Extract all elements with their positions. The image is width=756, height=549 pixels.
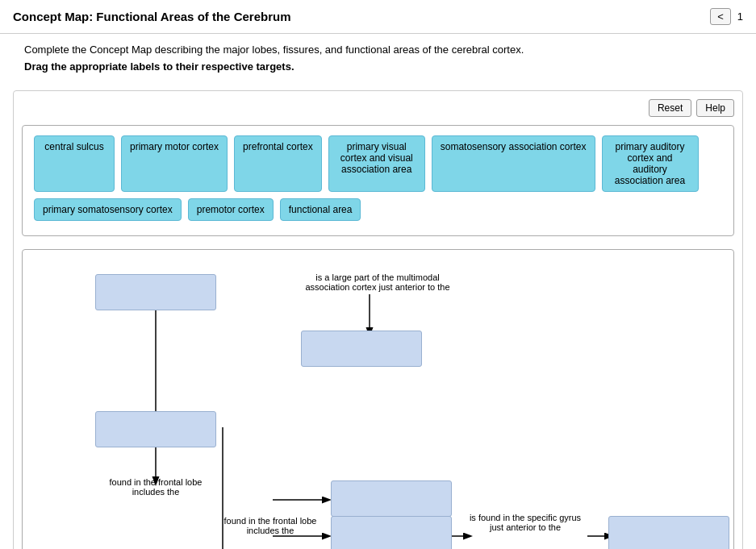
instructions-section: Complete the Concept Map describing the … (0, 34, 756, 84)
chip-central-sulcus[interactable]: central sulcus (34, 135, 115, 192)
nav-back-button[interactable]: < (710, 8, 731, 25)
toolbar: Reset Help (22, 99, 734, 117)
node-right-empty[interactable] (608, 516, 729, 549)
labels-area: central sulcus primary motor cortex pref… (22, 125, 734, 236)
chip-primary-visual-cortex[interactable]: primary visual cortex and visual associa… (328, 135, 425, 192)
node-top-center[interactable] (301, 331, 422, 367)
page-number: 1 (737, 10, 743, 23)
help-button[interactable]: Help (696, 99, 734, 117)
connector-anterior: is found in the specific gyrus just ante… (465, 513, 586, 532)
node-frontal-2[interactable] (331, 516, 452, 549)
instruction-line1: Complete the Concept Map describing the … (24, 44, 732, 56)
chip-primary-auditory-cortex[interactable]: primary auditory cortex and auditory ass… (602, 135, 699, 192)
header-navigation: < 1 (710, 8, 743, 25)
reset-button[interactable]: Reset (649, 99, 691, 117)
chip-primary-motor-cortex[interactable]: primary motor cortex (121, 135, 228, 192)
chip-primary-somatosensory[interactable]: primary somatosensory cortex (34, 198, 182, 221)
node-frontal-1[interactable] (331, 480, 452, 517)
labels-row-2: primary somatosensory cortex premotor co… (34, 198, 722, 221)
node-top-left[interactable] (95, 274, 216, 310)
chip-prefrontal-cortex[interactable]: prefrontal cortex (234, 135, 322, 192)
chip-somatosensory-assoc[interactable]: somatosensory association cortex (432, 135, 595, 192)
node-left-top[interactable] (95, 411, 216, 447)
concept-map: is a large part of the multimodal associ… (22, 249, 734, 549)
page-title: Concept Map: Functional Areas of the Cer… (13, 10, 290, 23)
chip-functional-area[interactable]: functional area (280, 198, 361, 221)
connector-frontal-1: found in the frontal lobe includes the (103, 477, 208, 497)
labels-row-1: central sulcus primary motor cortex pref… (34, 135, 722, 192)
chip-premotor-cortex[interactable]: premotor cortex (188, 198, 274, 221)
instruction-line2: Drag the appropriate labels to their res… (24, 60, 732, 73)
connector-frontal-2: found in the frontal lobe includes the (218, 516, 323, 535)
page-header: Concept Map: Functional Areas of the Cer… (0, 0, 756, 34)
workspace: Reset Help central sulcus primary motor … (13, 90, 743, 549)
connector-multimodal: is a large part of the multimodal associ… (297, 272, 458, 292)
